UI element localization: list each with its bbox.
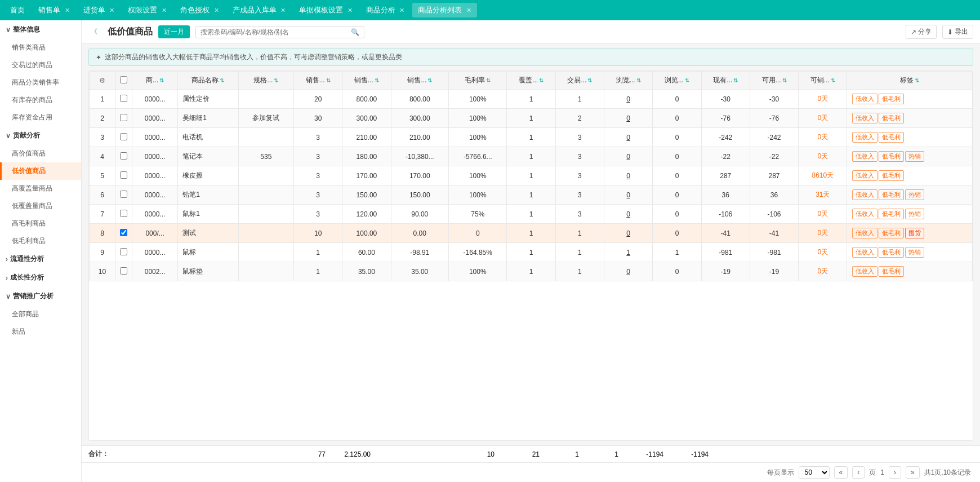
close-templates-icon[interactable]: ✕ bbox=[348, 7, 353, 14]
nav-item-permissions[interactable]: 权限设置 ✕ bbox=[122, 3, 172, 17]
cell-tags-1: 低收入低毛利 bbox=[847, 90, 973, 109]
row-checkbox-2[interactable] bbox=[120, 114, 127, 121]
row-checkbox-6[interactable] bbox=[120, 191, 127, 198]
page-size-select[interactable]: 50 20 100 bbox=[799, 466, 830, 479]
cell-checkbox-1[interactable] bbox=[115, 90, 132, 109]
row-checkbox-3[interactable] bbox=[120, 133, 127, 140]
sidebar-item-sales-products[interactable]: 销售类商品 bbox=[0, 39, 81, 56]
close-products-icon[interactable]: ✕ bbox=[280, 7, 286, 14]
th-transaction[interactable]: 交易...⇅ bbox=[555, 72, 604, 90]
next-page-button[interactable]: › bbox=[889, 466, 901, 479]
search-input[interactable] bbox=[201, 28, 351, 36]
period-button[interactable]: 近一月 bbox=[158, 25, 190, 38]
nav-item-products[interactable]: 产成品入库单 ✕ bbox=[227, 3, 292, 17]
browse1-link-4[interactable]: 0 bbox=[626, 153, 630, 161]
sidebar-group-overview[interactable]: ∨ 整体信息 bbox=[0, 20, 81, 39]
cell-checkbox-6[interactable] bbox=[115, 185, 132, 205]
sidebar-item-low-coverage[interactable]: 低覆盖量商品 bbox=[0, 197, 81, 215]
search-icon[interactable]: 🔍 bbox=[351, 28, 359, 36]
th-saleable[interactable]: 可销...⇅ bbox=[799, 72, 847, 90]
nav-item-sales[interactable]: 销售单 ✕ bbox=[33, 3, 75, 17]
th-code[interactable]: 商...⇅ bbox=[132, 72, 177, 90]
sidebar-item-high-coverage[interactable]: 高覆盖量商品 bbox=[0, 180, 81, 197]
sidebar-item-category-sales[interactable]: 商品分类销售率 bbox=[0, 74, 81, 91]
data-table: ⚙ 商...⇅ 商品名称⇅ 规格...⇅ 销售...⇅ 销售...⇅ 销售...… bbox=[89, 71, 973, 281]
sidebar-item-all-products[interactable]: 全部商品 bbox=[0, 306, 81, 323]
cell-checkbox-3[interactable] bbox=[115, 128, 132, 147]
cell-checkbox-7[interactable] bbox=[115, 205, 132, 224]
close-sales-icon[interactable]: ✕ bbox=[65, 7, 70, 14]
th-coverage[interactable]: 覆盖...⇅ bbox=[507, 72, 555, 90]
cell-code-6: 0000... bbox=[132, 185, 177, 205]
sidebar-group-contribution-label: 贡献分析 bbox=[13, 131, 40, 140]
sidebar-group-growth[interactable]: › 成长性分析 bbox=[0, 268, 81, 287]
th-settings[interactable]: ⚙ bbox=[90, 72, 115, 90]
sidebar-item-stock-funds[interactable]: 库存资金占用 bbox=[0, 109, 81, 126]
sidebar-group-marketing[interactable]: ∨ 营销推广分析 bbox=[0, 287, 81, 306]
close-analysis-list-icon[interactable]: ✕ bbox=[466, 7, 471, 14]
share-button[interactable]: ↗ 分享 bbox=[906, 25, 937, 39]
nav-item-templates[interactable]: 单据模板设置 ✕ bbox=[293, 3, 358, 17]
export-button[interactable]: ⬇ 导出 bbox=[942, 25, 973, 39]
close-permissions-icon[interactable]: ✕ bbox=[162, 7, 167, 14]
close-purchase-icon[interactable]: ✕ bbox=[109, 7, 114, 14]
row-checkbox-7[interactable] bbox=[120, 210, 127, 217]
nav-item-roles[interactable]: 角色授权 ✕ bbox=[175, 3, 225, 17]
last-page-button[interactable]: » bbox=[906, 466, 920, 479]
arrow-growth-icon: › bbox=[6, 274, 8, 282]
th-sales-qty[interactable]: 销售...⇅ bbox=[294, 72, 342, 90]
first-page-button[interactable]: « bbox=[834, 466, 848, 479]
th-browse2[interactable]: 浏览...⇅ bbox=[653, 72, 701, 90]
collapse-sidebar-button[interactable]: 《 bbox=[88, 25, 100, 39]
browse1-link-10[interactable]: 0 bbox=[626, 268, 630, 276]
th-margin[interactable]: 毛利率⇅ bbox=[449, 72, 507, 90]
browse1-link-3[interactable]: 0 bbox=[626, 134, 630, 141]
th-browse1[interactable]: 浏览...⇅ bbox=[604, 72, 653, 90]
sidebar-item-high-value[interactable]: 高价值商品 bbox=[0, 145, 81, 162]
cell-checkbox-4[interactable] bbox=[115, 147, 132, 166]
cell-checkbox-10[interactable] bbox=[115, 262, 132, 281]
select-all-checkbox[interactable] bbox=[120, 76, 127, 83]
browse1-link-6[interactable]: 0 bbox=[626, 191, 630, 199]
close-analysis-icon[interactable]: ✕ bbox=[399, 7, 404, 14]
sidebar-item-traded-products[interactable]: 交易过的商品 bbox=[0, 56, 81, 74]
cell-checkbox-9[interactable] bbox=[115, 243, 132, 262]
nav-item-purchase[interactable]: 进货单 ✕ bbox=[78, 3, 121, 17]
th-checkbox[interactable] bbox=[115, 72, 132, 90]
sidebar-item-high-margin[interactable]: 高毛利商品 bbox=[0, 215, 81, 232]
prev-page-button[interactable]: ‹ bbox=[852, 466, 865, 479]
browse1-link-8[interactable]: 0 bbox=[626, 229, 630, 237]
row-checkbox-5[interactable] bbox=[120, 171, 127, 179]
sidebar-group-contribution[interactable]: ∨ 贡献分析 bbox=[0, 126, 81, 145]
nav-item-analysis[interactable]: 商品分析 ✕ bbox=[360, 3, 411, 17]
browse1-link-2[interactable]: 0 bbox=[626, 114, 630, 122]
cell-checkbox-2[interactable] bbox=[115, 109, 132, 128]
th-name[interactable]: 商品名称⇅ bbox=[178, 72, 238, 90]
th-sales-price[interactable]: 销售...⇅ bbox=[342, 72, 391, 90]
row-checkbox-8[interactable] bbox=[120, 229, 127, 236]
th-current[interactable]: 现有...⇅ bbox=[701, 72, 750, 90]
nav-item-analysis-list[interactable]: 商品分析列表 ✕ bbox=[412, 3, 477, 17]
sidebar-item-low-margin[interactable]: 低毛利商品 bbox=[0, 232, 81, 250]
close-roles-icon[interactable]: ✕ bbox=[214, 7, 219, 14]
sidebar-item-low-value[interactable]: 低价值商品 bbox=[0, 162, 81, 180]
th-tags[interactable]: 标签⇅ bbox=[847, 72, 973, 90]
browse1-link-7[interactable]: 0 bbox=[626, 210, 630, 218]
row-checkbox-4[interactable] bbox=[120, 152, 127, 160]
browse1-link-5[interactable]: 0 bbox=[626, 172, 630, 180]
row-checkbox-10[interactable] bbox=[120, 267, 127, 275]
th-spec[interactable]: 规格...⇅ bbox=[238, 72, 293, 90]
sidebar-item-new-products[interactable]: 新品 bbox=[0, 323, 81, 341]
cell-checkbox-5[interactable] bbox=[115, 166, 132, 185]
browse1-link-9[interactable]: 1 bbox=[626, 249, 630, 257]
settings-icon[interactable]: ⚙ bbox=[99, 77, 105, 85]
row-checkbox-1[interactable] bbox=[120, 95, 127, 102]
th-sales-amount[interactable]: 销售...⇅ bbox=[391, 72, 448, 90]
sidebar-group-circulation[interactable]: › 流通性分析 bbox=[0, 250, 81, 268]
browse1-link-1[interactable]: 0 bbox=[626, 95, 630, 103]
cell-checkbox-8[interactable] bbox=[115, 224, 132, 243]
sidebar-item-stock-products[interactable]: 有库存的商品 bbox=[0, 91, 81, 109]
nav-item-home[interactable]: 首页 bbox=[5, 3, 30, 17]
row-checkbox-9[interactable] bbox=[120, 248, 127, 255]
th-available[interactable]: 可用...⇅ bbox=[750, 72, 798, 90]
